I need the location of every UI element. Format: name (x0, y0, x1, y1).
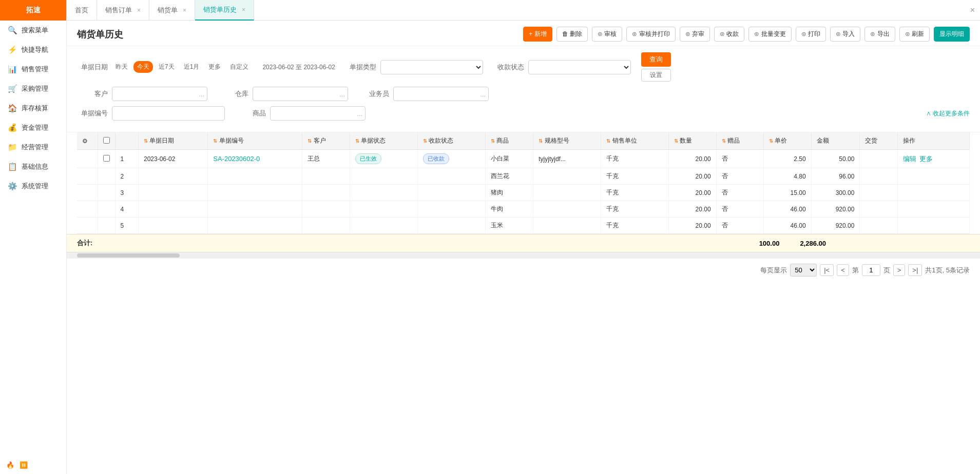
td-customer (302, 218, 350, 234)
pay-status-label: 收款状态 (493, 63, 524, 72)
tab-sales-goods[interactable]: 销货单 × (149, 0, 195, 21)
date-more[interactable]: 更多 (205, 61, 224, 73)
td-transaction (860, 201, 898, 218)
th-price[interactable]: ⇅ 单价 (764, 132, 812, 150)
print-button[interactable]: ⊙ 打印 (796, 27, 826, 42)
abandon-button[interactable]: ⊙ 弃审 (680, 27, 710, 42)
delete-button[interactable]: 🗑 删除 (556, 27, 588, 42)
filter-salesperson: 业务员 ... (358, 87, 489, 101)
th-doc-date[interactable]: ⇅ 单据日期 (138, 132, 207, 150)
action-more-link[interactable]: 更多 (919, 155, 933, 163)
salesperson-more-icon[interactable]: ... (480, 90, 486, 98)
th-unit[interactable]: ⇅ 销售单位 (601, 132, 669, 150)
td-doc-no (208, 201, 302, 218)
pay-status-select[interactable] (528, 60, 631, 74)
th-goods[interactable]: ⇅ 商品 (485, 132, 533, 150)
page-no-label: 第 (852, 266, 859, 275)
page-header: 销货单历史 + 新增 🗑 删除 ⊙ 审核 ⊙ 审核并打印 ⊙ 弃审 ⊙ 收款 ⊙… (67, 21, 980, 46)
scrollbar-thumb[interactable] (77, 253, 180, 258)
td-settings (77, 185, 98, 201)
th-spec[interactable]: ⇅ 规格型号 (533, 132, 601, 150)
sidebar-item-quick-nav[interactable]: ⚡ 快捷导航 (0, 40, 66, 60)
batch-change-button[interactable]: ⊙ 批量变更 (748, 27, 791, 42)
sidebar-item-operations[interactable]: 📁 经营管理 (0, 137, 66, 157)
td-action (898, 168, 970, 185)
th-doc-no[interactable]: ⇅ 单据编号 (208, 132, 302, 150)
customer-more-icon[interactable]: ... (199, 90, 204, 98)
tab-sales-order-close[interactable]: × (137, 7, 141, 14)
date-custom[interactable]: 自定义 (226, 61, 252, 73)
th-customer[interactable]: ⇅ 客户 (302, 132, 350, 150)
show-detail-button[interactable]: 显示明细 (934, 27, 970, 42)
settings-button[interactable]: 设置 (641, 69, 671, 82)
collect-button[interactable]: ⊙ 收款 (714, 27, 744, 42)
next-page-btn[interactable]: > (893, 264, 906, 276)
date-1month[interactable]: 近1月 (180, 61, 203, 73)
customer-input[interactable] (112, 87, 207, 101)
purchase-mgmt-icon: 🛒 (8, 84, 17, 93)
sidebar-item-system-mgmt[interactable]: ⚙️ 系统管理 (0, 176, 66, 196)
goods-more-icon[interactable]: ... (357, 110, 362, 117)
sidebar-fire-icon[interactable]: 🔥 (6, 461, 14, 469)
th-gift[interactable]: ⇅ 赠品 (716, 132, 764, 150)
th-pay-status[interactable]: ⇅ 收款状态 (417, 132, 485, 150)
page-no-input[interactable] (862, 264, 880, 276)
query-settings-btns: 查询 设置 (641, 52, 671, 82)
th-qty[interactable]: ⇅ 数量 (669, 132, 717, 150)
sidebar-item-inventory[interactable]: 🏠 库存核算 (0, 98, 66, 118)
th-doc-status[interactable]: ⇅ 单据状态 (350, 132, 417, 150)
collapse-more-btn[interactable]: ∧ 收起更多条件 (926, 109, 970, 118)
export-button[interactable]: ⊙ 导出 (864, 27, 895, 42)
last-page-btn[interactable]: >| (908, 264, 922, 276)
sidebar-pause-icon[interactable]: ⏸️ (20, 461, 28, 469)
prev-page-btn[interactable]: < (837, 264, 849, 276)
first-page-btn[interactable]: |< (820, 264, 834, 276)
per-page-select[interactable]: 50 100 (790, 264, 817, 276)
tabs-close-all[interactable]: × (970, 6, 980, 15)
sidebar-item-basic-info[interactable]: 📋 基础信息 (0, 157, 66, 176)
refresh-button[interactable]: ⊙ 刷新 (899, 27, 930, 42)
audit-print-button[interactable]: ⊙ 审核并打印 (626, 27, 675, 42)
total-amount: 2,286.00 (800, 240, 826, 247)
operations-icon: 📁 (8, 143, 17, 152)
td-gift: 否 (716, 218, 764, 234)
type-select[interactable] (380, 60, 483, 74)
tab-sales-goods-close[interactable]: × (183, 7, 186, 14)
td-doc-no (208, 168, 302, 185)
td-transaction (860, 150, 898, 168)
doc-no-input[interactable] (112, 106, 225, 121)
import-button[interactable]: ⊙ 导入 (830, 27, 860, 42)
warehouse-input[interactable] (253, 87, 348, 101)
table-row: 5 玉米 千克 20.00 否 46.00 920.00 (77, 218, 970, 234)
tab-sales-order[interactable]: 销售订单 × (97, 0, 149, 21)
sidebar-item-search-menu[interactable]: 🔍 搜索菜单 (0, 21, 66, 40)
select-all-checkbox[interactable] (103, 137, 110, 144)
goods-input[interactable] (270, 106, 366, 121)
query-button[interactable]: 查询 (641, 52, 671, 67)
sidebar: 拓速 🔍 搜索菜单 ⚡ 快捷导航 📊 销售管理 🛒 采购管理 🏠 库存核算 💰 … (0, 0, 67, 474)
new-button[interactable]: + 新增 (523, 27, 552, 42)
th-settings[interactable]: ⚙ (77, 132, 98, 150)
tab-sales-history[interactable]: 销货单历史 × (195, 0, 254, 21)
row-checkbox[interactable] (103, 155, 110, 162)
td-pay-status (417, 168, 485, 185)
table-row: 1 2023-06-02 SA-20230602-0 王总 已生效 已收款 小白… (77, 150, 970, 168)
sidebar-item-sales-mgmt[interactable]: 📊 销售管理 (0, 60, 66, 79)
td-pay-status (417, 201, 485, 218)
total-label: 合计: (77, 239, 92, 248)
date-yesterday[interactable]: 昨天 (112, 61, 131, 73)
sidebar-item-purchase-mgmt[interactable]: 🛒 采购管理 (0, 79, 66, 98)
filter-row-2: 客户 ... 仓库 ... 业务员 (77, 87, 970, 101)
warehouse-more-icon[interactable]: ... (339, 90, 345, 98)
sidebar-item-finance[interactable]: 💰 资金管理 (0, 118, 66, 137)
audit-button[interactable]: ⊙ 审核 (592, 27, 622, 42)
page-title: 销货单历史 (77, 28, 123, 41)
date-7days[interactable]: 近7天 (155, 61, 178, 73)
type-label: 单据类型 (345, 63, 376, 72)
doc-no-link[interactable]: SA-20230602-0 (213, 155, 260, 163)
action-edit-link[interactable]: 编辑 (903, 155, 916, 163)
tab-sales-history-close[interactable]: × (242, 6, 245, 13)
salesperson-input[interactable] (393, 87, 489, 101)
tab-home[interactable]: 首页 (67, 0, 97, 21)
date-today[interactable]: 今天 (133, 61, 153, 73)
